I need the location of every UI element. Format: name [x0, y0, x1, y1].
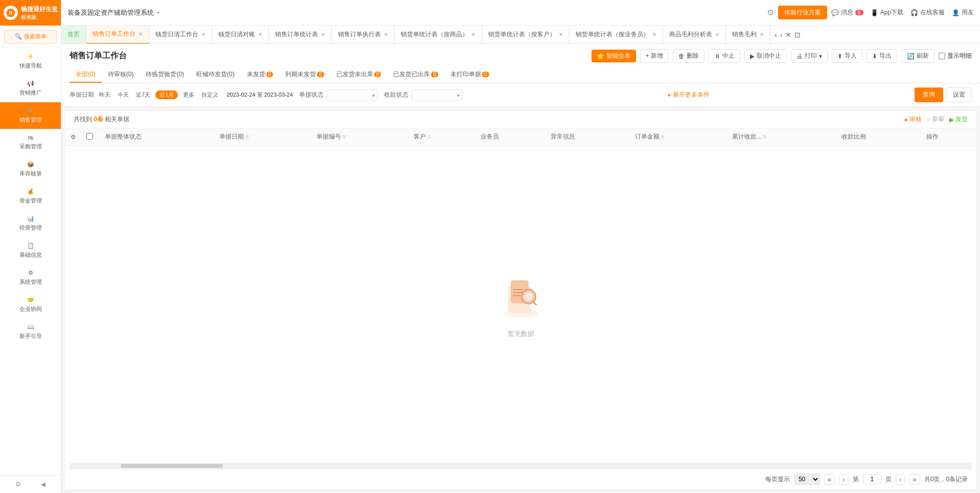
sub-tab-pending-inspect[interactable]: 待拣货验货(0)	[140, 67, 190, 83]
sub-tab-all[interactable]: 全部(0)	[70, 67, 102, 83]
status-select[interactable]	[327, 89, 378, 101]
import-button[interactable]: ⬆ 导入	[832, 49, 862, 63]
smart-order-button[interactable]: ⭐ 智能生单	[591, 50, 636, 62]
search-menu-button[interactable]: 🔍 搜索菜单	[4, 30, 57, 43]
sidebar-item-quick-nav[interactable]: ⚡ 快捷导航	[0, 48, 61, 75]
tab-sales-profit[interactable]: 销售毛利 ✕	[726, 26, 770, 44]
tab-close-all-button[interactable]: ✕	[784, 30, 792, 40]
summary-text: 共找到 0条 相关单据	[74, 115, 129, 124]
date-today-btn[interactable]: 今天	[116, 91, 131, 99]
sidebar-item-guide[interactable]: 📖 新手引导	[0, 319, 61, 346]
sort-received-icon[interactable]: ⇅	[763, 134, 767, 140]
tab-home[interactable]: 首页	[61, 26, 86, 44]
table-header-row: ⚙ 单据整体状态 单据日期⇅ 单据编号⇅ 客户⇅ 业务员 异常信息 订单金额⇅ …	[65, 128, 976, 146]
online-service-button[interactable]: 🎧 在线客服	[910, 8, 945, 17]
date-custom-btn[interactable]: 自定义	[199, 91, 220, 99]
print-button[interactable]: 🖨 打印 ▾	[791, 49, 828, 63]
select-all-checkbox[interactable]	[86, 133, 93, 140]
first-page-button[interactable]: «	[824, 474, 835, 485]
tab-close-sales-summary-product[interactable]: ✕	[471, 32, 475, 37]
user-menu-button[interactable]: 👤 用友	[952, 8, 974, 17]
tab-sales-summary-product[interactable]: 销货单统计表（按商品） ✕	[395, 26, 482, 44]
sub-tab-wangpu-pending[interactable]: 旺铺待发货(0)	[190, 67, 241, 83]
sort-customer-icon[interactable]: ⇅	[427, 134, 431, 140]
tab-scroll-right-button[interactable]: ›	[779, 30, 784, 40]
collapse-sidebar-icon[interactable]: ◀	[41, 481, 45, 488]
sidebar-item-finance[interactable]: 💰 资金管理	[0, 183, 61, 210]
tab-close-sales-profit[interactable]: ✕	[760, 32, 764, 37]
tab-scroll-left-button[interactable]: ‹	[773, 30, 778, 40]
prev-page-button[interactable]: ‹	[839, 474, 848, 485]
sidebar-item-basic[interactable]: 📋 基础信息	[0, 237, 61, 264]
refresh-button[interactable]: 🔄 刷新	[901, 49, 935, 63]
show-detail-checkbox[interactable]	[939, 53, 945, 59]
tab-expand-button[interactable]: ⊡	[793, 30, 802, 40]
sidebar-item-marketing[interactable]: 📢 营销推广	[0, 75, 61, 102]
sub-tab-shipped-not-in[interactable]: 已发货未出库0	[330, 67, 388, 83]
next-page-button[interactable]: ›	[896, 474, 905, 485]
table-header: ⚙ 单据整体状态 单据日期⇅ 单据编号⇅ 客户⇅ 业务员 异常信息 订单金额⇅ …	[65, 128, 976, 146]
sort-date-icon[interactable]: ⇅	[245, 134, 249, 140]
sort-number-icon[interactable]: ⇅	[342, 134, 346, 140]
sub-tab-not-printed[interactable]: 未打印单据0	[444, 67, 495, 83]
tab-sales-stats[interactable]: 销售订单统计表 ✕	[269, 26, 332, 44]
date-yesterday-btn[interactable]: 昨天	[97, 91, 112, 99]
tab-sales-summary-customer[interactable]: 销货单统计表（按客户） ✕	[482, 26, 569, 44]
sidebar-item-purchase[interactable]: 🛍 采购管理	[0, 129, 61, 156]
col-amount: 订单金额⇅	[630, 128, 727, 146]
sidebar-item-operation[interactable]: 📊 经营管理	[0, 210, 61, 237]
gear-col-icon[interactable]: ⚙	[71, 133, 76, 141]
tab-close-sales-stats[interactable]: ✕	[321, 32, 325, 37]
sub-tab-not-shipped[interactable]: 未发货0	[241, 67, 280, 83]
sort-amount-icon[interactable]: ⇅	[660, 134, 665, 140]
topbar-gear-icon[interactable]: ⚙	[767, 8, 774, 17]
settings-gear-icon[interactable]: ⚙	[15, 481, 21, 488]
message-button[interactable]: 💬 消息 6	[831, 8, 863, 17]
sub-tab-overdue-not-shipped[interactable]: 到期未发货0	[279, 67, 330, 83]
page-size-select[interactable]: 50 10 20 100	[794, 474, 820, 485]
tab-close-sales-workbench[interactable]: ✕	[139, 31, 143, 37]
tab-sales-exec[interactable]: 销售订单执行表 ✕	[332, 26, 395, 44]
date-more-btn[interactable]: 更多	[181, 91, 196, 99]
tab-sales-summary-staff[interactable]: 销货单统计表（按业务员） ✕	[569, 26, 663, 44]
add-button[interactable]: + 新增	[640, 49, 669, 63]
industry-solution-button[interactable]: 体验行业方案	[778, 6, 827, 19]
sub-tab-pending-review[interactable]: 待审核(0)	[102, 67, 140, 83]
tab-close-sales-exec[interactable]: ✕	[384, 32, 388, 37]
tab-close-cash-daily[interactable]: ✕	[201, 32, 206, 37]
payment-select[interactable]	[412, 89, 463, 101]
tab-close-sales-summary-staff[interactable]: ✕	[652, 32, 656, 37]
query-button[interactable]: 查询	[915, 87, 943, 102]
sidebar-item-enterprise[interactable]: 🤝 企业协同	[0, 292, 61, 319]
tab-product-margin[interactable]: 商品毛利分析表 ✕	[663, 26, 726, 44]
scrollbar-thumb[interactable]	[121, 464, 223, 468]
batch-ship-button[interactable]: ▶ 发货	[949, 115, 968, 124]
batch-review-button[interactable]: ● 审核	[904, 115, 922, 124]
tab-cash-daily[interactable]: 钱货日清工作台 ✕	[149, 26, 212, 44]
date-7days-btn[interactable]: 近7天	[134, 91, 152, 99]
batch-cancel-review-button[interactable]: ○ 弃审	[927, 115, 944, 124]
basic-icon: 📋	[27, 242, 34, 249]
tab-close-product-margin[interactable]: ✕	[715, 32, 719, 37]
suspend-button[interactable]: ⏸ 中止	[709, 49, 740, 63]
tab-cash-reconcile[interactable]: 钱货日清对账 ✕	[212, 26, 269, 44]
show-detail-checkbox-label[interactable]: 显示明细	[939, 52, 972, 60]
tab-close-sales-summary-customer[interactable]: ✕	[559, 32, 563, 37]
last-page-button[interactable]: »	[909, 474, 920, 485]
sidebar-item-system[interactable]: ⚙ 系统管理	[0, 264, 61, 292]
expand-filter-button[interactable]: ▾ 展开更多条件	[668, 91, 710, 99]
filter-setting-button[interactable]: 设置	[946, 87, 972, 102]
horizontal-scrollbar[interactable]	[70, 463, 972, 469]
cancel-suspend-button[interactable]: ▶ 取消中止	[744, 49, 787, 63]
tab-close-cash-reconcile[interactable]: ✕	[258, 32, 262, 37]
app-download-button[interactable]: 📱 App下载	[871, 8, 903, 17]
tab-sales-workbench[interactable]: 销售订单工作台 ✕	[86, 26, 149, 44]
sub-tab-shipped-in[interactable]: 已发货已出库0	[387, 67, 444, 83]
export-button[interactable]: ⬇ 导出	[867, 49, 897, 63]
sidebar-item-sales[interactable]: 🛒 销售管理	[0, 102, 61, 129]
sidebar-item-inventory[interactable]: 📦 库存核算	[0, 156, 61, 183]
finance-icon: 💰	[27, 188, 34, 195]
delete-button[interactable]: 🗑 删除	[673, 49, 704, 63]
date-1month-btn[interactable]: 近1月	[155, 91, 178, 99]
page-number-input[interactable]	[863, 474, 881, 484]
